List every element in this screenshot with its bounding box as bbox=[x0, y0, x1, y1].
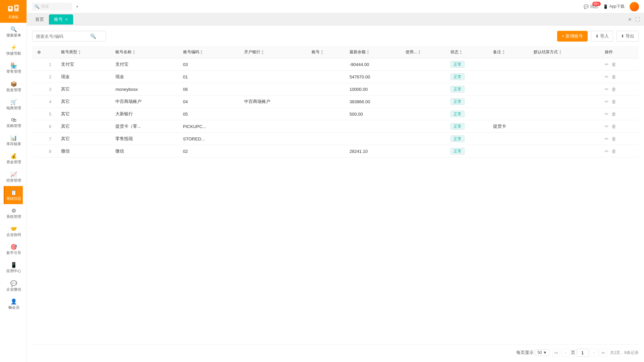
row-name: 大新银行 bbox=[112, 108, 179, 120]
row-status: 正常 bbox=[447, 120, 490, 133]
svg-point-2 bbox=[9, 7, 11, 9]
col-balance[interactable]: 最新余额▲▼ bbox=[346, 46, 402, 58]
first-page-btn[interactable]: ⏮ bbox=[552, 349, 560, 357]
col-settlement[interactable]: 默认结算方式▲▼ bbox=[530, 46, 601, 58]
sidebar-item-系统管理[interactable]: ⚙ 系统管理 bbox=[4, 204, 23, 222]
edit-btn[interactable]: ✏ bbox=[605, 74, 609, 79]
sidebar-item-企业协同[interactable]: 🤝 企业协同 bbox=[4, 222, 23, 240]
row-select[interactable] bbox=[32, 108, 46, 120]
row-bank bbox=[241, 83, 308, 96]
logo-icon bbox=[7, 3, 20, 14]
row-select[interactable] bbox=[32, 120, 46, 133]
page-input[interactable] bbox=[577, 349, 589, 357]
app-download-button[interactable]: 📱 App下载 bbox=[603, 4, 625, 9]
prev-page-btn[interactable]: ‹ bbox=[561, 349, 570, 357]
row-select[interactable] bbox=[32, 133, 46, 145]
row-actions: ✏ 🗑 bbox=[601, 58, 639, 71]
col-status[interactable]: 状态▲▼ bbox=[447, 46, 490, 58]
row-code: PICKUPC... bbox=[180, 120, 241, 133]
sidebar-item-基础信息[interactable]: 📋 基础信息 bbox=[4, 186, 23, 204]
sidebar-item-应用中心[interactable]: 📱 应用中心 bbox=[4, 258, 23, 277]
row-actions: ✏ 🗑 bbox=[601, 108, 639, 120]
row-account bbox=[308, 145, 346, 158]
tab-controls: ✕ ⛶ bbox=[627, 16, 641, 23]
topbar: 🔍 搜索 ▼ 💬 消息 99+ 📱 App下载 bbox=[27, 0, 644, 13]
tab-home[interactable]: 首页 bbox=[30, 14, 49, 24]
row-actions: ✏ 🗑 bbox=[601, 120, 639, 133]
search-icon[interactable]: 🔍 bbox=[90, 33, 97, 40]
edit-btn[interactable]: ✏ bbox=[605, 99, 609, 104]
message-button[interactable]: 💬 消息 99+ bbox=[584, 4, 598, 9]
last-page-btn[interactable]: ⏭ bbox=[599, 349, 607, 357]
col-settings[interactable]: ⚙ bbox=[32, 46, 46, 58]
row-notes bbox=[490, 71, 530, 83]
row-index: 6 bbox=[46, 120, 58, 133]
sidebar-item-批发管理[interactable]: 📦 批发管理 bbox=[4, 77, 23, 96]
sidebar-icon: ⚡ bbox=[10, 44, 17, 51]
edit-btn[interactable]: ✏ bbox=[605, 111, 609, 117]
sidebar-label: 企业协同 bbox=[6, 233, 21, 237]
delete-btn[interactable]: 🗑 bbox=[611, 74, 616, 79]
row-code: 05 bbox=[180, 108, 241, 120]
delete-btn[interactable]: 🗑 bbox=[611, 62, 616, 67]
sidebar-item-搜索菜单[interactable]: 🔍 搜索菜单 bbox=[4, 23, 23, 41]
edit-btn[interactable]: ✏ bbox=[605, 86, 609, 92]
row-select[interactable] bbox=[32, 71, 46, 83]
col-type[interactable]: 账号类型▲▼ bbox=[58, 46, 112, 58]
sidebar-icon: 🎯 bbox=[10, 244, 17, 250]
export-button[interactable]: ⬆ 导出 bbox=[616, 31, 639, 42]
delete-btn[interactable]: 🗑 bbox=[611, 86, 616, 92]
row-select[interactable] bbox=[32, 58, 46, 71]
row-usage bbox=[402, 120, 447, 133]
sidebar-item-快捷导航[interactable]: ⚡ 快捷导航 bbox=[4, 41, 23, 59]
search-input[interactable] bbox=[36, 34, 90, 39]
edit-btn[interactable]: ✏ bbox=[605, 124, 609, 129]
col-usage[interactable]: 使用...▲▼ bbox=[402, 46, 447, 58]
delete-btn[interactable]: 🗑 bbox=[611, 111, 616, 117]
sidebar-item-经营管理[interactable]: 📈 经营管理 bbox=[4, 168, 23, 186]
page-size-box[interactable]: 50 ▼ bbox=[535, 349, 549, 356]
row-select[interactable] bbox=[32, 145, 46, 158]
edit-btn[interactable]: ✏ bbox=[605, 148, 609, 154]
edit-btn[interactable]: ✏ bbox=[605, 136, 609, 141]
col-bank[interactable]: 开户银行▲▼ bbox=[241, 46, 308, 58]
row-code: STORED... bbox=[180, 133, 241, 145]
col-name[interactable]: 账号名称▲▼ bbox=[112, 46, 179, 58]
delete-btn[interactable]: 🗑 bbox=[611, 148, 616, 154]
sidebar-item-零售管理[interactable]: 🏪 零售管理 bbox=[4, 59, 23, 77]
add-account-button[interactable]: + 新增账号 bbox=[557, 31, 588, 42]
delete-btn[interactable]: 🗑 bbox=[611, 136, 616, 141]
next-page-btn[interactable]: › bbox=[590, 349, 598, 357]
tab-account[interactable]: 账号 ✕ bbox=[49, 14, 73, 24]
col-account[interactable]: 账号▲▼ bbox=[308, 46, 346, 58]
search-box[interactable]: 🔍 bbox=[32, 31, 106, 42]
sidebar-item-库存核算[interactable]: 📊 库存核算 bbox=[4, 131, 23, 149]
sidebar-item-企业微信[interactable]: 💬 企业微信 bbox=[4, 277, 23, 295]
delete-btn[interactable]: 🗑 bbox=[611, 99, 616, 104]
row-select[interactable] bbox=[32, 96, 46, 108]
row-select[interactable] bbox=[32, 83, 46, 96]
col-code[interactable]: 账号编码▲▼ bbox=[180, 46, 241, 58]
sidebar-label: 采购管理 bbox=[6, 124, 21, 128]
delete-btn[interactable]: 🗑 bbox=[611, 124, 616, 129]
topbar-dropdown[interactable]: ▼ bbox=[75, 5, 79, 9]
import-button[interactable]: ⬇ 导入 bbox=[591, 31, 613, 42]
user-avatar[interactable] bbox=[630, 2, 639, 11]
logo-text: 乐惠版 bbox=[8, 15, 18, 19]
sidebar-item-采购管理[interactable]: 🛍 采购管理 bbox=[4, 114, 23, 131]
sidebar-label: 零售管理 bbox=[6, 69, 21, 74]
edit-btn[interactable]: ✏ bbox=[605, 62, 609, 67]
row-bank: 中百商场账户 bbox=[241, 96, 308, 108]
sidebar-item-畅会员[interactable]: 👤 畅会员 bbox=[4, 295, 23, 313]
sidebar-icon: ⚙ bbox=[11, 207, 16, 214]
close-tab-btn[interactable]: ✕ bbox=[627, 16, 633, 23]
maximize-tab-btn[interactable]: ⛶ bbox=[635, 16, 641, 23]
row-settlement bbox=[530, 83, 601, 96]
col-notes[interactable]: 备注▲▼ bbox=[490, 46, 530, 58]
sidebar-item-新手引导[interactable]: 🎯 新手引导 bbox=[4, 240, 23, 258]
tab-account-close[interactable]: ✕ bbox=[65, 17, 68, 21]
row-index: 8 bbox=[46, 145, 58, 158]
sidebar-icon: 🔍 bbox=[10, 26, 17, 33]
sidebar-item-资金管理[interactable]: 💰 资金管理 bbox=[4, 149, 23, 168]
sidebar-item-电商管理[interactable]: 🛒 电商管理 bbox=[4, 96, 23, 114]
